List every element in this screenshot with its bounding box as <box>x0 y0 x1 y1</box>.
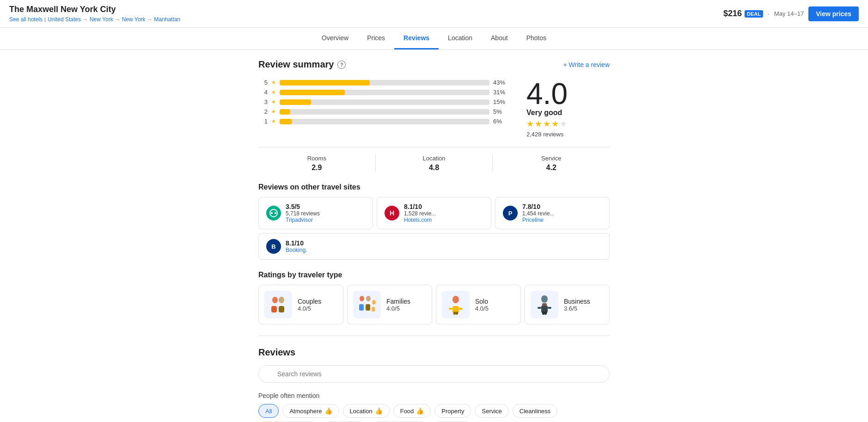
view-prices-button[interactable]: View prices <box>808 6 859 21</box>
tab-location[interactable]: Location <box>439 28 482 49</box>
traveler-card-solo[interactable]: Solo 4.0/5 <box>436 285 521 324</box>
svg-point-9 <box>360 296 364 301</box>
ratings-area: 5 ★ 43% 4 ★ 31% 3 ★ 1 <box>258 79 610 138</box>
breadcrumb-arrow-1: | <box>44 17 46 22</box>
ratings-bars: 5 ★ 43% 4 ★ 31% 3 ★ 1 <box>258 79 508 138</box>
traveler-types-title: Ratings by traveler type <box>258 271 610 279</box>
separator-dot: · <box>768 10 770 18</box>
search-reviews-input[interactable] <box>258 365 610 383</box>
price-amount: $216 <box>723 9 742 18</box>
svg-point-3 <box>272 297 278 303</box>
chip-service[interactable]: Service <box>475 404 508 418</box>
date-range: May 14–17 <box>774 10 804 17</box>
site-card-tripadvisor[interactable]: 3.5/5 5,718 reviews Tripadvisor <box>258 197 373 229</box>
families-info: Families 4.0/5 <box>386 298 410 312</box>
star-filled-1: ★ <box>526 119 534 129</box>
traveler-card-families[interactable]: Families 4.0/5 <box>347 285 432 324</box>
traveler-types-list: Couples 4.0/5 Families 4.0/5 <box>258 285 610 324</box>
chip-location[interactable]: Location 👍 <box>343 404 390 418</box>
review-count: 2,428 reviews <box>526 131 563 138</box>
overall-stars: ★ ★ ★ ★ ★ <box>526 119 567 129</box>
tab-overview[interactable]: Overview <box>312 28 358 49</box>
bar-container-5 <box>280 80 489 86</box>
star-icon-2: ★ <box>271 109 276 115</box>
chip-emoji-food: 👍 <box>416 407 424 415</box>
bar-container-2 <box>280 109 489 115</box>
svg-rect-27 <box>542 303 547 306</box>
star-icon-1: ★ <box>271 118 276 124</box>
breadcrumb-arrow-4: → <box>147 17 152 22</box>
rating-row-5: 5 ★ 43% <box>258 79 508 86</box>
site-card-hotels[interactable]: H 8.1/10 1,528 revie... Hotels.com <box>377 197 491 229</box>
overall-label: Very good <box>526 109 562 117</box>
main-content: Review summary ? + Write a review 5 ★ 43… <box>249 50 619 422</box>
review-summary-title: Review summary ? <box>258 59 346 70</box>
chip-property[interactable]: Property <box>434 404 471 418</box>
chip-cleanliness[interactable]: Cleanliness <box>513 404 557 418</box>
couples-icon <box>264 291 292 318</box>
overall-score: 4.0 <box>526 79 568 109</box>
tab-reviews[interactable]: Reviews <box>394 28 439 49</box>
breadcrumb-link-ny-city[interactable]: New York <box>122 16 146 23</box>
breadcrumb-link-manhattan[interactable]: Manhattan <box>154 16 180 23</box>
bar-fill-2 <box>280 109 290 115</box>
bar-fill-3 <box>280 99 311 105</box>
hotel-title: The Maxwell New York City <box>9 5 180 14</box>
svg-rect-17 <box>449 308 452 310</box>
breadcrumb-link-us[interactable]: United States <box>48 16 81 23</box>
other-sites-title: Reviews on other travel sites <box>258 183 610 191</box>
breadcrumb-link-ny-state[interactable]: New York <box>90 16 113 23</box>
bar-container-4 <box>280 90 489 95</box>
search-wrapper: 🔍 <box>258 365 610 383</box>
svg-rect-25 <box>542 312 544 315</box>
booking-info: 8.1/10 Booking. <box>286 239 307 253</box>
svg-rect-13 <box>366 304 370 311</box>
filter-chips: All Atmosphere 👍 Location 👍 Food 👍 Prope… <box>258 404 610 422</box>
tab-about[interactable]: About <box>482 28 517 49</box>
review-summary-header: Review summary ? + Write a review <box>258 59 610 70</box>
svg-rect-8 <box>280 310 283 312</box>
star-filled-4: ★ <box>551 119 559 129</box>
info-icon[interactable]: ? <box>337 61 346 69</box>
svg-point-4 <box>279 297 284 303</box>
couples-info: Couples 4.0/5 <box>298 298 321 312</box>
svg-point-15 <box>452 296 459 303</box>
chip-atmosphere[interactable]: Atmosphere 👍 <box>282 404 339 418</box>
overall-rating: 4.0 Very good ★ ★ ★ ★ ★ 2,428 reviews <box>526 79 610 138</box>
svg-rect-7 <box>272 310 276 312</box>
business-info: Business 3.6/5 <box>564 298 590 312</box>
traveler-card-business[interactable]: Business 3.6/5 <box>525 285 610 324</box>
rating-row-2: 2 ★ 5% <box>258 108 508 115</box>
site-card-booking[interactable]: B 8.1/10 Booking. <box>258 233 610 260</box>
svg-rect-14 <box>372 307 375 312</box>
tripadvisor-logo <box>266 206 281 220</box>
svg-rect-24 <box>548 307 551 309</box>
svg-rect-26 <box>544 312 547 315</box>
star-empty-5: ★ <box>560 119 567 129</box>
chip-all[interactable]: All <box>258 404 279 418</box>
site-card-priceline[interactable]: P 7.8/10 1,454 revie... Priceline <box>495 197 610 229</box>
write-review-button[interactable]: + Write a review <box>563 61 610 68</box>
svg-rect-18 <box>459 308 463 310</box>
bar-container-1 <box>280 119 489 124</box>
tab-photos[interactable]: Photos <box>517 28 556 49</box>
rating-row-3: 3 ★ 15% <box>258 98 508 105</box>
reviews-title: Reviews <box>258 347 610 358</box>
breadcrumb-arrow-2: → <box>83 17 88 22</box>
traveler-card-couples[interactable]: Couples 4.0/5 <box>258 285 343 324</box>
breadcrumb: See all hotels | United States → New Yor… <box>9 16 180 23</box>
priceline-info: 7.8/10 1,454 revie... Priceline <box>522 203 554 223</box>
chip-food[interactable]: Food 👍 <box>393 404 431 418</box>
nav-tabs: Overview Prices Reviews Location About P… <box>0 28 868 50</box>
reviews-section: Reviews 🔍 People often mention All Atmos… <box>258 336 610 422</box>
price-badge: $216 DEAL <box>723 9 763 18</box>
sub-rating-location: Location 4.8 <box>376 155 493 172</box>
deal-badge: DEAL <box>745 10 763 18</box>
business-icon <box>531 291 558 318</box>
rating-row-1: 1 ★ 6% <box>258 118 508 125</box>
tab-prices[interactable]: Prices <box>358 28 394 49</box>
bar-fill-4 <box>280 90 345 95</box>
chip-emoji-atmosphere: 👍 <box>324 407 332 415</box>
sub-rating-rooms: Rooms 2.9 <box>258 155 376 172</box>
breadcrumb-link-hotels[interactable]: See all hotels <box>9 16 43 23</box>
